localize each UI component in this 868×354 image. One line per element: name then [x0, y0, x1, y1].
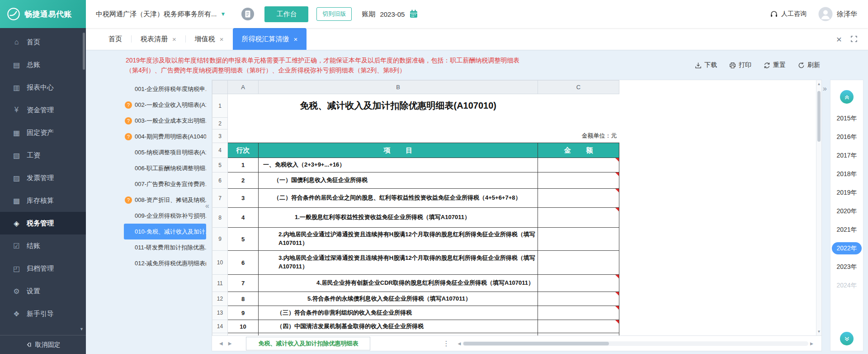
sidebar-item-archive[interactable]: ◰归档管理 [0, 257, 86, 280]
sidebar-item-funds[interactable]: ¥资金管理 [0, 99, 86, 121]
expand-panel-icon[interactable]: » [823, 85, 827, 93]
form-item-010[interactable]: 010-免税、减计收入及加计... [124, 224, 206, 239]
support-label: 人工咨询 [781, 10, 807, 18]
memo-icon[interactable] [241, 7, 255, 21]
period-value[interactable]: 2023-05 [380, 10, 405, 18]
sidebar-item-tax-management[interactable]: ◈税务管理 [0, 212, 86, 234]
sidebar-item-invoice[interactable]: ▨发票管理 [0, 167, 86, 189]
sidebar-item-fixed-assets[interactable]: ▦固定资产 [0, 121, 86, 144]
refresh-button[interactable]: 刷新 [798, 61, 820, 69]
form-item-008[interactable]: ?008-资产折旧、摊销及纳税... [124, 192, 206, 208]
amount-cell[interactable] [538, 251, 619, 275]
amount-cell[interactable] [538, 158, 619, 172]
help-icon[interactable]: ? [125, 133, 132, 140]
amount-cell[interactable] [538, 320, 619, 333]
amount-cell[interactable] [538, 228, 619, 251]
year-2018[interactable]: 2018年 [836, 165, 857, 183]
form-item-002[interactable]: ?002-一般企业收入明细表(A1... [124, 97, 206, 113]
reset-button[interactable]: 重置 [764, 61, 786, 69]
sidebar-item-home[interactable]: ⌂首页 [0, 31, 86, 53]
amount-cell[interactable] [538, 292, 619, 306]
form-item-005[interactable]: 005-纳税调整项目明细表(A1... [124, 144, 206, 160]
row-number: 1 [212, 94, 228, 118]
scroll-years-down-button[interactable] [840, 332, 854, 345]
year-2020[interactable]: 2020年 [836, 202, 857, 220]
s idebar-item-settings[interactable]: ⚙设置 [0, 280, 86, 302]
amount-cell[interactable] [538, 189, 619, 208]
form-item-007[interactable]: 007-广告费和业务宣传费跨... [124, 176, 206, 192]
help-icon[interactable]: ? [125, 196, 132, 204]
form-item-004[interactable]: ?004-期间费用明细表(A1040... [124, 129, 206, 144]
year-2021[interactable]: 2021年 [836, 220, 857, 239]
year-2024[interactable]: 2024年 [836, 276, 857, 295]
sidebar-item-report-center[interactable]: ▥报表中心 [0, 76, 86, 99]
content-area: 2019年度涉及取以前年度结转数据的申报表单元格需要手工维护正确，才能保证本年及… [86, 50, 868, 354]
year-2016[interactable]: 2016年 [836, 128, 857, 146]
sidebar-item-inventory[interactable]: ▩库存核算 [0, 189, 86, 212]
amount-cell[interactable] [538, 275, 619, 292]
amount-cell[interactable] [538, 172, 619, 189]
sidebar-item-guide[interactable]: ❖新手引导 [0, 302, 86, 325]
company-selector[interactable]: 中税网通广泽（天津）税务师事务所有... ▼ [96, 10, 226, 19]
workbench-button[interactable]: 工作台 [264, 6, 308, 22]
tab-vat[interactable]: 增值税× [186, 28, 233, 50]
tab-home[interactable]: 首页 [99, 28, 131, 50]
support-link[interactable]: 人工咨询 [770, 10, 807, 18]
user-menu[interactable]: 徐泽华 [818, 7, 857, 21]
tab-income-tax-settlement[interactable]: 所得税汇算清缴× [233, 28, 307, 50]
form-item-011[interactable]: 011-研发费用加计扣除优惠... [124, 239, 206, 255]
scroll-left-icon[interactable]: ◀ [456, 341, 462, 346]
sheet-menu-icon[interactable]: ⋮ [443, 340, 449, 348]
scroll-right-icon[interactable]: ▶ [808, 341, 815, 346]
sidebar-item-payroll[interactable]: ▧工资 [0, 144, 86, 167]
close-tab-icon[interactable]: × [220, 35, 224, 43]
close-tab-icon[interactable]: × [172, 35, 176, 43]
form-item-003[interactable]: ?003-一般企业成本支出明细... [124, 113, 206, 129]
help-icon[interactable]: ? [125, 101, 132, 109]
funds-icon: ¥ [12, 106, 21, 114]
collapse-form-list-icon[interactable]: « [205, 202, 209, 210]
table-row: 9 5 2.内地居民企业通过沪港通投资且连续持有H股满12个月取得的股息红利所得… [212, 228, 619, 251]
sheet-tab[interactable]: 免税、减计收入及加计扣除优惠明细表 [246, 337, 370, 350]
amount-cell[interactable] [538, 306, 619, 320]
sidebar-item-closing[interactable]: ☑结账 [0, 234, 86, 257]
scroll-up-icon[interactable]: ▲ [816, 82, 821, 86]
scroll-years-up-button[interactable] [840, 90, 854, 104]
download-button[interactable]: 下载 [695, 61, 717, 69]
form-item-006[interactable]: 006-职工薪酬纳税调整明细... [124, 160, 206, 176]
close-icon[interactable]: × [836, 34, 842, 44]
form-item-001[interactable]: 001-企业所得税年度纳税申... [124, 81, 206, 97]
close-tab-icon[interactable]: × [294, 35, 298, 43]
year-2019[interactable]: 2019年 [836, 183, 857, 202]
logo-icon [7, 7, 20, 21]
vertical-scrollbar[interactable]: ▲ ▼ [816, 80, 821, 335]
year-2022[interactable]: 2022年 [832, 242, 861, 254]
year-2017[interactable]: 2017年 [836, 146, 857, 165]
calendar-icon[interactable] [409, 10, 418, 19]
prev-sheet-button[interactable]: ◀ [217, 341, 226, 346]
sidebar-scrollbar-thumb[interactable] [83, 33, 85, 70]
help-icon[interactable]: ? [125, 117, 132, 124]
vertical-scrollbar-thumb[interactable] [817, 91, 821, 142]
avatar [818, 7, 833, 21]
switch-old-version-button[interactable]: 切到旧版 [316, 7, 352, 21]
sidebar-scroll-down-icon[interactable]: ▼ [80, 327, 84, 331]
amount-cell[interactable] [538, 208, 619, 228]
form-item-012[interactable]: 012-减免所得税优惠明细表(... [124, 255, 206, 271]
next-sheet-button[interactable]: ▶ [226, 341, 235, 346]
print-button[interactable]: 打印 [729, 61, 751, 69]
horizontal-scrollbar-thumb[interactable] [463, 342, 609, 345]
app-window: 畅捷通易代账 中税网通广泽（天津）税务师事务所有... ▼ 工作台 切到旧版 账… [0, 0, 868, 354]
scroll-down-icon[interactable]: ▼ [816, 330, 821, 334]
home-icon: ⌂ [12, 38, 21, 46]
form-item-009[interactable]: 009-企业所得税弥补亏损明... [124, 208, 206, 224]
tab-tax-form-list[interactable]: 税表清册× [132, 28, 185, 50]
year-2023[interactable]: 2023年 [836, 258, 857, 276]
year-2015[interactable]: 2015年 [836, 109, 857, 128]
table-row: 7 3 （二）符合条件的居民企业之间的股息、红利等权益性投资收益免征企业所得税（… [212, 189, 619, 208]
fullscreen-icon[interactable] [851, 36, 857, 42]
unpin-button[interactable]: 取消固定 [0, 335, 86, 354]
horizontal-scrollbar[interactable]: ◀ ▶ [456, 341, 815, 346]
sidebar-item-general-ledger[interactable]: ▤总账 [0, 53, 86, 76]
row-number: 8 [212, 208, 228, 228]
